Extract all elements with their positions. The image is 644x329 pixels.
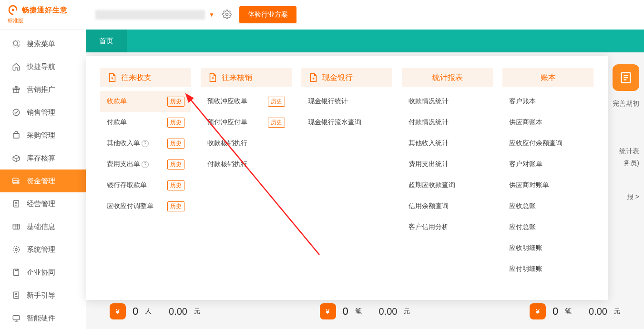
doc-icon: ¥ xyxy=(207,72,218,83)
brand-edition: 标准版 xyxy=(8,17,79,24)
flyout-col-title: 现金银行 xyxy=(322,73,353,83)
stat-other-icon: ¥ xyxy=(530,303,546,319)
stat-other-amount: 0.00 xyxy=(589,306,607,317)
menu-item-label: 现金银行流水查询 xyxy=(308,118,361,127)
sidebar-item-9[interactable]: 系统管理 xyxy=(0,238,86,261)
flyout-menu-item[interactable]: 应收应付调整单历史 xyxy=(100,196,191,217)
sidebar-item-11[interactable]: 新手引导 xyxy=(0,284,86,307)
svg-point-1 xyxy=(13,41,18,45)
bg-role: 务员) xyxy=(613,157,639,169)
flyout-menu-item[interactable]: 应收总账 xyxy=(502,196,593,217)
flyout-menu-item[interactable]: 付款单历史 xyxy=(100,112,191,133)
menu-item-label: 供应商账本 xyxy=(509,118,542,127)
svg-point-11 xyxy=(15,249,18,251)
doc-icon: ¥ xyxy=(308,72,318,83)
sidebar-item-6[interactable]: 资金管理 xyxy=(0,169,86,192)
sidebar-item-4[interactable]: 采购管理 xyxy=(0,124,86,147)
svg-point-7 xyxy=(18,181,19,182)
sidebar-item-label: 新手引导 xyxy=(27,291,55,300)
menu-item-label: 应收明细账 xyxy=(509,244,542,252)
sidebar-item-12[interactable]: 智能硬件 xyxy=(0,307,86,329)
sidebar-item-0[interactable]: 搜索菜单 xyxy=(0,32,86,55)
flyout-menu-item[interactable]: 其他收入单?历史 xyxy=(100,133,191,154)
flyout-menu-item[interactable]: 信用余额查询 xyxy=(402,196,493,217)
sidebar-item-label: 基础信息 xyxy=(27,222,55,231)
flyout-menu-item[interactable]: 应付总账 xyxy=(502,217,593,238)
svg-point-10 xyxy=(13,246,20,253)
history-badge[interactable]: 历史 xyxy=(167,160,184,169)
help-icon[interactable]: ? xyxy=(142,161,149,168)
flyout-menu-item[interactable]: 收款核销执行 xyxy=(201,133,292,154)
svg-text:¥: ¥ xyxy=(312,76,315,80)
flyout-menu-item[interactable]: 客户账本 xyxy=(502,91,593,112)
flyout-menu-item[interactable]: 付款核销执行 xyxy=(201,154,292,175)
menu-item-label: 客户对账单 xyxy=(509,160,542,169)
history-badge[interactable]: 历史 xyxy=(167,97,184,107)
flyout-menu-item[interactable]: 应收明细账 xyxy=(502,238,593,259)
flyout-menu-item[interactable]: 其他收入统计 xyxy=(402,133,493,154)
flyout-menu-item[interactable]: 费用支出统计 xyxy=(402,154,493,175)
brand-name: 畅捷通好生意 xyxy=(22,6,68,15)
flyout-menu-item[interactable]: 预收冲应收单历史 xyxy=(201,91,292,112)
finance-flyout-menu: ¥往来收支收款单历史付款单历史其他收入单?历史费用支出单?历史银行存取款单历史应… xyxy=(86,56,608,300)
menu-item-label: 收款核销执行 xyxy=(207,139,247,148)
file-icon xyxy=(11,199,21,209)
history-badge[interactable]: 历史 xyxy=(167,118,184,128)
menu-item-label: 应收总账 xyxy=(509,202,536,210)
sidebar-item-3[interactable]: 销售管理 xyxy=(0,101,86,124)
sidebar-item-10[interactable]: 企业协同 xyxy=(0,261,86,284)
history-badge[interactable]: 历史 xyxy=(167,201,184,211)
history-badge[interactable]: 历史 xyxy=(268,97,285,107)
menu-item-label: 银行存取款单 xyxy=(107,181,147,189)
sidebar-item-label: 搜索菜单 xyxy=(27,40,55,49)
flyout-menu-item[interactable]: 应付明细账 xyxy=(502,259,593,279)
help-icon[interactable]: ? xyxy=(142,140,149,147)
history-badge[interactable]: 历史 xyxy=(167,180,184,190)
stat-chip-people: ¥ 0人 0.00元 xyxy=(110,303,200,319)
stat-chip-orders: ¥ 0笔 0.00元 xyxy=(320,303,410,319)
menu-item-label: 预付冲应付单 xyxy=(207,118,247,127)
team-icon xyxy=(11,268,21,277)
tv-icon xyxy=(11,313,21,323)
flyout-menu-item[interactable]: 超期应收款查询 xyxy=(402,175,493,196)
history-badge[interactable]: 历史 xyxy=(167,139,184,149)
flyout-menu-item[interactable]: 现金银行流水查询 xyxy=(301,112,392,133)
industry-solution-button[interactable]: 体验行业方案 xyxy=(239,6,296,23)
flyout-menu-item[interactable]: 现金银行统计 xyxy=(301,91,392,112)
bg-brief[interactable]: 报 > xyxy=(613,191,639,203)
flyout-menu-item[interactable]: 客户对账单 xyxy=(502,154,593,175)
gear-icon[interactable] xyxy=(222,10,232,20)
tab-home[interactable]: 首页 xyxy=(86,30,127,52)
sidebar-item-1[interactable]: 快捷导航 xyxy=(0,55,86,78)
flyout-menu-item[interactable]: 收款单历史 xyxy=(100,91,191,112)
sidebar-item-8[interactable]: 基础信息 xyxy=(0,215,86,238)
sidebar-item-7[interactable]: 经营管理 xyxy=(0,192,86,215)
sidebar-item-5[interactable]: 库存核算 xyxy=(0,147,86,169)
flyout-menu-item[interactable]: 付款情况统计 xyxy=(402,112,493,133)
flyout-menu-item[interactable]: 供应商对账单 xyxy=(502,175,593,196)
sidebar-item-label: 智能硬件 xyxy=(27,314,55,323)
stat-people-unit: 人 xyxy=(145,307,152,316)
flyout-col-0: ¥往来收支收款单历史付款单历史其他收入单?历史费用支出单?历史银行存取款单历史应… xyxy=(100,68,191,283)
grid-icon xyxy=(11,222,21,231)
tenant-selector[interactable]: ▼ xyxy=(95,10,215,20)
flyout-menu-item[interactable]: 客户信用分析 xyxy=(402,217,493,238)
cart-icon xyxy=(11,130,21,140)
sidebar-item-2[interactable]: 营销推广 xyxy=(0,78,86,101)
flyout-menu-item[interactable]: 供应商账本 xyxy=(502,112,593,133)
menu-item-label: 收款情况统计 xyxy=(409,97,449,106)
stat-orders-currency: 元 xyxy=(404,307,410,316)
flyout-col-title: 往来收支 xyxy=(121,73,152,83)
flyout-menu-item[interactable]: 应收应付余额查询 xyxy=(502,133,593,154)
svg-rect-12 xyxy=(14,269,19,276)
bg-perfect-text: 完善期初 xyxy=(613,98,639,110)
search-icon xyxy=(11,39,21,49)
flyout-menu-item[interactable]: 银行存取款单历史 xyxy=(100,175,191,196)
history-badge[interactable]: 历史 xyxy=(268,118,285,128)
flyout-menu-item[interactable]: 费用支出单?历史 xyxy=(100,154,191,175)
tab-strip: 首页 xyxy=(86,30,644,52)
sidebar: 畅捷通好生意 标准版 搜索菜单快捷导航营销推广销售管理采购管理库存核算资金管理经… xyxy=(0,0,86,329)
flyout-menu-item[interactable]: 预付冲应付单历史 xyxy=(201,112,292,133)
flyout-menu-item[interactable]: 收款情况统计 xyxy=(402,91,493,112)
stats-card-icon[interactable] xyxy=(613,64,639,91)
